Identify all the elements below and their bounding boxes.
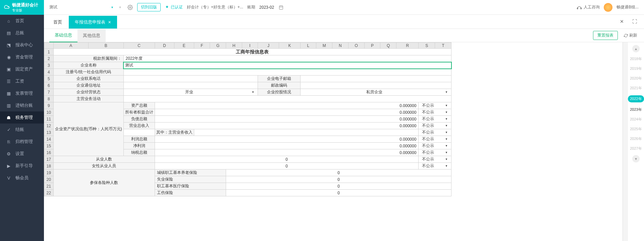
row-header[interactable]: 15: [44, 143, 54, 149]
row-header[interactable]: 3: [44, 62, 54, 69]
row-header[interactable]: 18: [44, 163, 54, 170]
company-select[interactable]: 测试 ▾: [49, 4, 113, 10]
col-header[interactable]: S: [419, 43, 435, 49]
row-header[interactable]: 9: [44, 102, 54, 109]
cell[interactable]: [123, 96, 451, 102]
cell[interactable]: 纳税总额: [123, 149, 155, 156]
row-header[interactable]: 17: [44, 156, 54, 163]
row-header[interactable]: 7: [44, 89, 54, 96]
cell[interactable]: 从业人数: [53, 156, 155, 163]
sidebar-item-4[interactable]: ▣固定资产: [0, 63, 44, 75]
col-header[interactable]: J: [258, 43, 279, 49]
add-icon[interactable]: ＋: [117, 4, 123, 10]
col-header[interactable]: O: [348, 43, 364, 49]
row-header[interactable]: 1: [44, 49, 54, 55]
sidebar-item-10[interactable]: ⎘归档管理: [0, 136, 44, 148]
row-header[interactable]: 2: [44, 55, 54, 62]
gear-icon[interactable]: [127, 4, 133, 10]
cell[interactable]: [123, 76, 258, 82]
year-item[interactable]: 2021年: [630, 86, 642, 91]
col-header[interactable]: A: [53, 43, 89, 49]
user-name[interactable]: 畅捷通B组...: [616, 4, 639, 10]
cell[interactable]: 0: [226, 190, 451, 196]
cell[interactable]: 企业经营状态: [53, 89, 123, 96]
brand-logo[interactable]: 畅捷通好会计 专业版: [0, 0, 44, 15]
cell[interactable]: [300, 76, 451, 82]
cell[interactable]: 0.000000: [155, 149, 419, 156]
cell[interactable]: 开业▼: [123, 89, 258, 96]
cell[interactable]: 企业联系电话: [53, 76, 123, 82]
year-item[interactable]: 2018年: [630, 56, 642, 61]
reset-button[interactable]: 重置报表: [593, 31, 618, 40]
cell[interactable]: 所有者权益合计: [123, 109, 155, 116]
cell[interactable]: [123, 69, 451, 76]
cell[interactable]: 不公示▼: [419, 116, 451, 123]
cell[interactable]: 私营企业▼: [300, 89, 451, 96]
cell[interactable]: 失业保险: [155, 176, 226, 183]
cell[interactable]: [300, 82, 451, 89]
cell[interactable]: 不公示▼: [419, 123, 451, 129]
cell[interactable]: 不公示▼: [419, 149, 451, 156]
cell[interactable]: 邮政编码: [258, 82, 301, 89]
row-header[interactable]: 6: [44, 82, 54, 89]
cell[interactable]: 职工基本医疗保险: [155, 183, 226, 190]
cell[interactable]: 不公示▼: [419, 102, 451, 109]
cell[interactable]: 资产总额: [123, 102, 155, 109]
sidebar-item-11[interactable]: ⚙设置: [0, 148, 44, 160]
verified-badge[interactable]: 已认证: [165, 4, 183, 10]
cell[interactable]: 负债总额: [123, 116, 155, 123]
cell[interactable]: 不公示▼: [419, 143, 451, 149]
sidebar-item-8[interactable]: ☗税务管理: [0, 111, 44, 124]
year-down-button[interactable]: ▼: [632, 155, 640, 162]
sidebar-item-6[interactable]: ▦发票管理: [0, 87, 44, 99]
cell[interactable]: 不公示▼: [419, 109, 451, 116]
cell[interactable]: 不公示▼: [419, 156, 451, 163]
sidebar-item-3[interactable]: ◉资金管理: [0, 51, 44, 63]
cell[interactable]: [123, 82, 258, 89]
col-header[interactable]: N: [332, 43, 348, 49]
col-header[interactable]: B: [89, 43, 124, 49]
cell[interactable]: 0: [226, 176, 451, 183]
cell[interactable]: 工伤保险: [155, 190, 226, 196]
cell[interactable]: 0.000000: [155, 109, 419, 116]
cell[interactable]: 主营业务活动: [53, 96, 123, 102]
cell[interactable]: 0.000000: [155, 136, 419, 143]
cell[interactable]: 税款所属期间：: [53, 55, 123, 62]
subtab-basic[interactable]: 基础信息: [49, 29, 77, 42]
sidebar-item-0[interactable]: ⌂首页: [0, 15, 44, 27]
cell[interactable]: 企业资产状况信息(币种：人民币万元): [53, 102, 123, 156]
sidebar-item-7[interactable]: ▥进销台账: [0, 99, 44, 111]
row-header[interactable]: 21: [44, 183, 54, 190]
cell[interactable]: 企业控股情况: [258, 89, 301, 96]
col-header[interactable]: Q: [380, 43, 396, 49]
col-header[interactable]: C: [123, 43, 155, 49]
cell[interactable]: 净利润: [123, 143, 155, 149]
sidebar-item-12[interactable]: ▶新手引导: [0, 160, 44, 172]
year-item[interactable]: 2027年: [630, 146, 642, 151]
year-up-button[interactable]: ▲: [632, 45, 640, 52]
consult-button[interactable]: 人工咨询: [577, 4, 600, 10]
col-header[interactable]: P: [364, 43, 380, 49]
row-header[interactable]: 13: [44, 129, 54, 136]
cell[interactable]: 女性从业人员: [53, 163, 155, 170]
subtab-other[interactable]: 其他信息: [77, 29, 106, 42]
calendar-icon[interactable]: [278, 4, 284, 10]
tab-annual-report[interactable]: 年报信息申报表 ✕: [69, 16, 117, 29]
year-item[interactable]: 2026年: [630, 136, 642, 141]
col-header[interactable]: I: [242, 43, 258, 49]
cell[interactable]: 工商年报信息表: [53, 49, 451, 55]
cell[interactable]: [194, 129, 419, 136]
cell[interactable]: 参保各险种人数: [53, 170, 155, 196]
scrollbar[interactable]: [623, 42, 628, 241]
col-header[interactable]: F: [194, 43, 210, 49]
sidebar-item-9[interactable]: ✓结账: [0, 124, 44, 136]
row-header[interactable]: 12: [44, 123, 54, 129]
col-header[interactable]: T: [435, 43, 451, 49]
cell[interactable]: 不公示▼: [419, 136, 451, 143]
old-version-button[interactable]: 切到旧版: [137, 3, 161, 11]
year-item[interactable]: 2022年: [628, 95, 644, 102]
row-header[interactable]: 22: [44, 190, 54, 196]
avatar[interactable]: [604, 3, 612, 12]
cell[interactable]: 注册号/统一社会信用代码: [53, 69, 123, 76]
cell[interactable]: 2022年度: [123, 55, 451, 62]
